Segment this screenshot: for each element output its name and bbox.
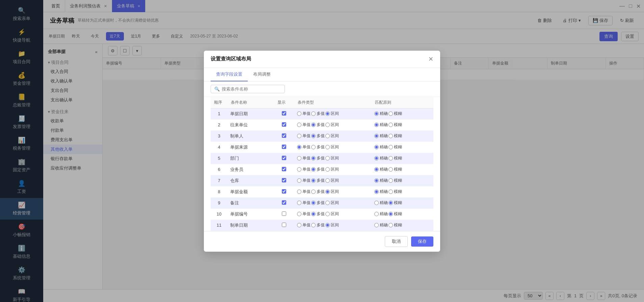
match-radio-match_exact[interactable] (374, 111, 379, 116)
config-cell-match[interactable]: 精确模糊 (372, 108, 433, 119)
type-radio-type_single[interactable] (297, 223, 301, 227)
type-radio-type_single[interactable] (297, 190, 301, 194)
type-radio-type_range[interactable] (325, 167, 330, 172)
config-cell-match[interactable]: 精确模糊 (372, 197, 433, 208)
modal-save-button[interactable]: 保存 (411, 236, 433, 247)
config-cell-match[interactable]: 精确模糊 (372, 208, 433, 220)
config-cell-show[interactable] (274, 142, 294, 153)
type-radio-type_single[interactable] (297, 167, 301, 172)
config-cell-show[interactable] (274, 197, 294, 208)
config-cell-show[interactable] (274, 130, 294, 142)
type-radio-type_range[interactable] (325, 201, 330, 205)
show-checkbox[interactable] (282, 167, 286, 171)
show-checkbox[interactable] (282, 200, 286, 205)
type-radio-type_multi[interactable] (311, 201, 316, 205)
match-radio-match_fuzzy[interactable] (388, 111, 393, 116)
type-radio-type_multi[interactable] (311, 134, 316, 138)
show-checkbox[interactable] (282, 133, 286, 138)
config-cell-match[interactable]: 精确模糊 (372, 175, 433, 186)
show-checkbox[interactable] (282, 178, 286, 182)
config-cell-show[interactable] (274, 186, 294, 197)
config-cell-type[interactable]: 单值多值区间 (294, 142, 372, 153)
type-radio-type_range[interactable] (325, 178, 330, 183)
config-cell-show[interactable] (274, 164, 294, 175)
config-cell-match[interactable]: 精确模糊 (372, 130, 433, 142)
type-radio-type_range[interactable] (325, 223, 330, 227)
type-radio-type_multi[interactable] (311, 190, 316, 194)
match-radio-match_exact[interactable] (374, 178, 379, 183)
match-radio-match_exact[interactable] (374, 134, 379, 138)
type-radio-type_single[interactable] (297, 145, 301, 149)
config-cell-type[interactable]: 单值多值区间 (294, 130, 372, 142)
type-radio-type_single[interactable] (297, 134, 301, 138)
match-radio-match_fuzzy[interactable] (388, 223, 393, 227)
show-checkbox[interactable] (282, 211, 286, 216)
type-radio-type_single[interactable] (297, 201, 301, 205)
config-cell-show[interactable] (274, 119, 294, 130)
type-radio-type_single[interactable] (297, 111, 301, 116)
type-radio-type_multi[interactable] (311, 223, 316, 227)
config-cell-type[interactable]: 单值多值区间 (294, 208, 372, 220)
cancel-button[interactable]: 取消 (385, 236, 408, 247)
match-radio-match_exact[interactable] (374, 201, 379, 205)
show-checkbox[interactable] (282, 122, 286, 127)
match-radio-match_exact[interactable] (374, 223, 379, 227)
type-radio-type_multi[interactable] (311, 145, 316, 149)
match-radio-match_fuzzy[interactable] (388, 156, 393, 160)
show-checkbox[interactable] (282, 156, 286, 160)
match-radio-match_fuzzy[interactable] (388, 123, 393, 127)
config-cell-show[interactable] (274, 108, 294, 119)
config-cell-match[interactable]: 精确模糊 (372, 153, 433, 164)
config-cell-match[interactable]: 精确模糊 (372, 186, 433, 197)
match-radio-match_fuzzy[interactable] (388, 201, 393, 205)
match-radio-match_exact[interactable] (374, 212, 379, 216)
modal-tab-fields[interactable]: 查询字段设置 (211, 68, 248, 81)
match-radio-match_fuzzy[interactable] (388, 134, 393, 138)
match-radio-match_fuzzy[interactable] (388, 212, 393, 216)
type-radio-type_multi[interactable] (311, 156, 316, 160)
type-radio-type_range[interactable] (325, 134, 330, 138)
type-radio-type_multi[interactable] (311, 123, 316, 127)
type-radio-type_multi[interactable] (311, 212, 316, 216)
config-cell-show[interactable] (274, 220, 294, 231)
match-radio-match_exact[interactable] (374, 145, 379, 149)
modal-tab-layout[interactable]: 布局调整 (248, 68, 276, 81)
config-cell-show[interactable] (274, 175, 294, 186)
type-radio-type_range[interactable] (325, 190, 330, 194)
match-radio-match_exact[interactable] (374, 190, 379, 194)
config-cell-show[interactable] (274, 153, 294, 164)
type-radio-type_range[interactable] (325, 111, 330, 116)
match-radio-match_exact[interactable] (374, 156, 379, 160)
type-radio-type_multi[interactable] (311, 178, 316, 183)
modal-search-input[interactable] (222, 86, 281, 92)
type-radio-type_range[interactable] (325, 212, 330, 216)
config-cell-match[interactable]: 精确模糊 (372, 119, 433, 130)
type-radio-type_multi[interactable] (311, 167, 316, 172)
config-cell-match[interactable]: 精确模糊 (372, 142, 433, 153)
match-radio-match_exact[interactable] (374, 167, 379, 172)
config-cell-type[interactable]: 单值多值区间 (294, 108, 372, 119)
config-cell-match[interactable]: 精确模糊 (372, 220, 433, 231)
show-checkbox[interactable] (282, 111, 286, 116)
modal-close-button[interactable]: ✕ (428, 55, 433, 63)
type-radio-type_range[interactable] (325, 156, 330, 160)
type-radio-type_range[interactable] (325, 145, 330, 149)
type-radio-type_single[interactable] (297, 212, 301, 216)
config-cell-type[interactable]: 单值多值区间 (294, 220, 372, 231)
config-cell-match[interactable]: 精确模糊 (372, 164, 433, 175)
config-cell-type[interactable]: 单值多值区间 (294, 175, 372, 186)
config-cell-type[interactable]: 单值多值区间 (294, 164, 372, 175)
type-radio-type_multi[interactable] (311, 111, 316, 116)
show-checkbox[interactable] (282, 189, 286, 194)
type-radio-type_range[interactable] (325, 123, 330, 127)
config-cell-type[interactable]: 单值多值区间 (294, 197, 372, 208)
match-radio-match_fuzzy[interactable] (388, 167, 393, 172)
config-cell-show[interactable] (274, 208, 294, 220)
show-checkbox[interactable] (282, 223, 286, 227)
type-radio-type_single[interactable] (297, 123, 301, 127)
config-cell-type[interactable]: 单值多值区间 (294, 186, 372, 197)
config-cell-type[interactable]: 单值多值区间 (294, 153, 372, 164)
match-radio-match_fuzzy[interactable] (388, 190, 393, 194)
type-radio-type_single[interactable] (297, 178, 301, 183)
config-cell-type[interactable]: 单值多值区间 (294, 119, 372, 130)
